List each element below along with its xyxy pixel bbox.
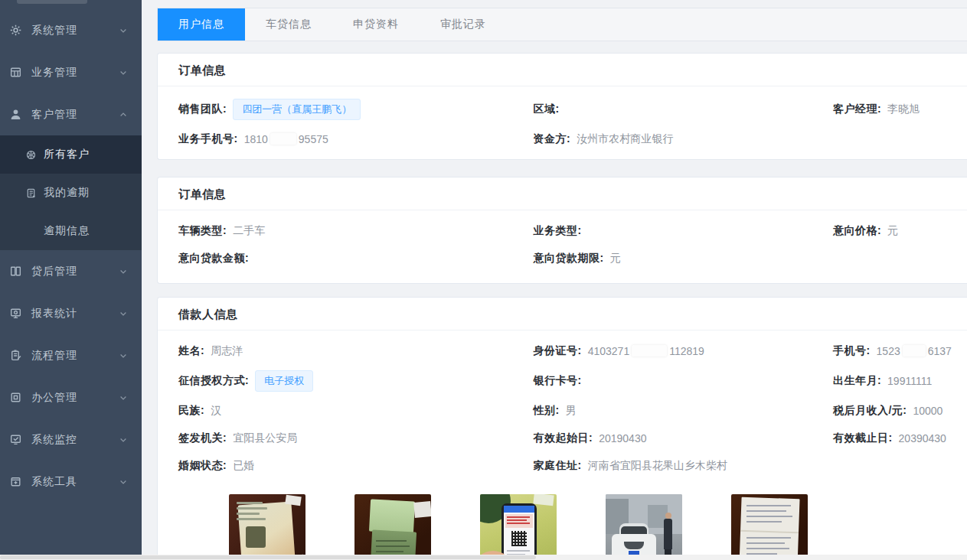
chevron-up-icon [119,110,128,119]
monitor-chart-icon [9,307,22,320]
chevron-down-icon [119,267,128,276]
sidebar-item-label: 客户管理 [31,108,77,122]
card-title: 订单信息 [158,54,967,86]
sidebar: 系统管理 业务管理 客户管理 [0,0,142,555]
field-label: 业务手机号: [178,132,238,146]
field-issuer: 签发机关: 宜阳县公安局 [178,430,534,447]
sidebar-item-system[interactable]: 系统管理 [0,9,142,51]
field-label: 征信授权方式: [178,374,249,388]
credit-auth-tag[interactable]: 电子授权 [255,370,313,392]
field-vehicle-type: 车辆类型: 二手车 [178,223,534,239]
sidebar-item-label: 所有客户 [44,148,90,161]
sidebar-item-process[interactable]: 流程管理 [0,334,142,376]
photo-phone-qr[interactable] [480,494,557,560]
monitor-check-icon [9,433,22,446]
chevron-down-icon [119,435,128,444]
field-label: 意向贷款期限: [534,252,604,265]
field-label: 税后月收入/元: [833,404,907,418]
sidebar-item-office[interactable]: 办公管理 [0,376,142,418]
privacy-mask [270,133,296,145]
field-valid-to: 有效截止日: 20390430 [833,430,967,447]
field-value: 10000 [913,405,942,417]
field-label: 业务类型: [534,224,582,238]
field-label: 区域: [534,103,560,116]
photo-person-with-car[interactable] [606,494,682,560]
chevron-down-icon [119,68,128,77]
chevron-down-icon [119,26,128,35]
order-info-card: 订单信息 销售团队: 四团一营（直属王鹏飞） 区域: 客户经理: 李晓旭 业务手 [157,53,967,160]
tab-car-loan-info[interactable]: 车贷信息 [245,8,332,41]
field-label: 性别: [534,404,560,418]
field-intent-price: 意向价格: 元 [833,223,967,239]
field-label: 家庭住址: [534,459,582,473]
sidebar-item-reports[interactable]: 报表统计 [0,292,142,334]
field-valid-from: 有效起始日: 20190430 [534,430,833,447]
photo-green-booklet[interactable] [354,494,431,560]
sidebar-item-customer[interactable]: 客户管理 [0,93,142,135]
sidebar-item-tools[interactable]: 系统工具 [0,461,142,503]
field-credit-auth: 征信授权方式: 电子授权 [178,370,534,392]
field-value: 宜阳县公安局 [233,431,297,445]
sales-team-tag[interactable]: 四团一营（直属王鹏飞） [233,99,361,120]
field-loan-amount: 意向贷款金额: [178,250,534,267]
tab-loan-docs[interactable]: 申贷资料 [332,8,420,41]
horizontal-scrollbar[interactable] [0,555,967,560]
main-content: 用户信息 车贷信息 申贷资料 审批记录 订单信息 销售团队: 四团一营（直属王鹏… [142,0,967,560]
field-label: 签发机关: [178,431,227,445]
chevron-down-icon [119,393,128,402]
field-manager: 客户经理: 李晓旭 [833,101,967,118]
field-label: 意向价格: [833,224,881,238]
sidebar-item-label: 贷后管理 [31,265,77,278]
field-funder: 资金方: 汝州市农村商业银行 [534,131,833,148]
chevron-down-icon [119,351,128,360]
field-label: 出生年月: [833,374,881,388]
loan-intent-card: 订单信息 车辆类型: 二手车 业务类型: 意向价格: 元 意向贷款金额: [157,177,967,284]
privacy-mask [632,345,667,357]
photo-handwritten-document[interactable] [731,494,808,560]
customer-submenu: 所有客户 我的逾期 逾期信息 [0,135,142,250]
field-value: 汉 [211,404,221,418]
field-label: 手机号: [833,344,871,358]
field-label: 资金方: [534,132,571,146]
sidebar-item-my-overdue[interactable]: 我的逾期 [0,174,142,212]
sidebar-item-label: 系统管理 [31,24,77,37]
field-address: 家庭住址: 河南省宜阳县花果山乡木柴村 [534,457,833,474]
field-gender: 性别: 男 [534,402,833,419]
field-value: 李晓旭 [887,103,920,116]
chevron-down-icon [119,309,128,318]
field-value: 4103271112819 [588,345,704,357]
box-plus-icon [9,475,22,488]
chevron-down-icon [119,477,128,487]
tab-user-info[interactable]: 用户信息 [158,8,245,41]
sidebar-item-business[interactable]: 业务管理 [0,51,142,93]
field-value: 男 [566,404,577,418]
field-marital: 婚姻状态: 已婚 [178,457,534,474]
sidebar-item-label: 我的逾期 [44,186,90,200]
photo-id-card[interactable] [229,494,305,560]
sidebar-item-all-customers[interactable]: 所有客户 [0,135,142,174]
field-income: 税后月收入/元: 10000 [833,402,967,419]
field-name: 姓名: 周志洋 [178,343,534,360]
field-label: 姓名: [178,344,204,358]
sidebar-item-label: 流程管理 [31,349,77,363]
sidebar-item-monitor[interactable]: 系统监控 [0,418,142,461]
sidebar-item-post-loan[interactable]: 贷后管理 [0,250,142,292]
privacy-mask [903,345,926,357]
field-value: 元 [887,224,898,238]
field-label: 车辆类型: [178,224,227,238]
field-label: 客户经理: [833,103,881,116]
gear-icon [9,24,22,37]
scrollbar-thumb[interactable] [0,555,536,559]
field-value: 已婚 [233,459,254,473]
tab-approval-records[interactable]: 审批记录 [420,8,507,41]
sidebar-item-label: 系统监控 [31,433,77,447]
sidebar-item-overdue-info[interactable]: 逾期信息 [0,212,142,250]
field-value: 181095575 [244,133,328,145]
sidebar-item-label: 业务管理 [31,66,77,80]
nested-square-icon [9,391,22,404]
field-label: 婚姻状态: [178,459,227,473]
field-value: 元 [610,252,621,265]
borrower-info-card: 借款人信息 姓名: 周志洋 身份证号: 4103271112819 手机号: 1… [157,297,967,560]
detail-tabs: 用户信息 车贷信息 申贷资料 审批记录 [157,8,967,41]
field-value: 20190430 [599,432,646,444]
